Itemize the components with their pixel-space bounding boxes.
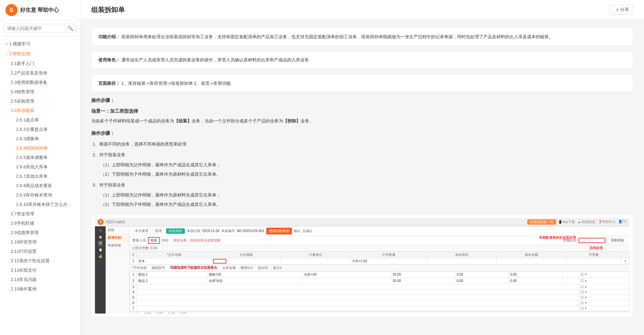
sidebar-item-inventory[interactable]: 2.6库存核算 bbox=[0, 106, 80, 115]
ss-extra-btn1: 确认 bbox=[294, 229, 301, 233]
search-box[interactable]: 🔍 bbox=[4, 24, 76, 33]
ss-th-qty: 计量单位 bbox=[281, 252, 351, 258]
sidebar-item-docs[interactable]: − 2.帮助文档 bbox=[0, 49, 80, 59]
sidebar-item-inv1[interactable]: 2.6.1盘点单 bbox=[0, 115, 80, 125]
ss-annotation1-area: 选用补料单据 bbox=[266, 228, 292, 234]
ss-cell-idx: 1 bbox=[130, 258, 137, 264]
share-icon: ↗ bbox=[615, 7, 619, 12]
step1: 1、根据不同的业务，选择不同单据的类型来处理 bbox=[93, 140, 633, 149]
ss-doc-label: 单据编号 bbox=[221, 229, 235, 233]
main-content: 组装拆卸单 ↗ 分享 功能介绍： 组装拆卸单用来处理企业组装或拆卸等加工业务，支… bbox=[80, 0, 644, 335]
page-header: 组装拆卸单 ↗ 分享 bbox=[80, 0, 644, 20]
ss-lcell-empty7 bbox=[137, 305, 579, 311]
logo-area: 6 好生意 帮助中心 bbox=[0, 0, 80, 20]
sidebar-item-prepare[interactable]: 2.3使用前数据准备 bbox=[0, 78, 80, 87]
logo-text: 好生意 帮助中心 bbox=[20, 7, 59, 14]
ss-lcell-wh1: 仓库+(4) bbox=[303, 271, 391, 278]
sidebar-item-inv6[interactable]: 2.6.6其他入库单 bbox=[0, 162, 80, 172]
ss-lcell-qty2: 30.00 bbox=[391, 278, 455, 284]
step2: 2、对于组装业务 bbox=[93, 151, 633, 159]
sidebar-item-inv10[interactable]: 2.6.10库存账本错了怎么办 bbox=[0, 200, 80, 209]
ss-date-value: 2019-12-26 bbox=[202, 229, 219, 233]
ss-table-label: 上部文件数: 0.00 bbox=[132, 246, 157, 250]
sidebar-item-inv2[interactable]: 2.6.2分量盘点单 bbox=[0, 125, 80, 134]
sidebar-item-faq[interactable]: 2.14常见问题 bbox=[0, 275, 80, 284]
ss-assembly-toggle: 组装 bbox=[148, 237, 160, 244]
screenshot-container: 6 TEST-H002 浏览器新建一页 📱App下载☁ 数据恢复❓帮助中心👤CC… bbox=[91, 214, 633, 317]
ss-address-bar bbox=[127, 221, 525, 223]
ss-lcell-action6: ☐ × bbox=[579, 300, 630, 305]
ss-upper-tbody: 1 关木 子件>1.00 × bbox=[130, 258, 630, 264]
ss-lcell-empty5 bbox=[137, 295, 579, 300]
sidebar-item-purchase[interactable]: 2.5采购管理 bbox=[0, 97, 80, 106]
ss-bottom-val4: 0.00 bbox=[180, 312, 186, 314]
ss-lcell-spec1: 规格=(4) bbox=[207, 271, 303, 278]
share-label: 分享 bbox=[620, 7, 629, 13]
steps-intro: 操作步骤： bbox=[91, 130, 633, 136]
ss-lcell-idx6: 6 bbox=[130, 300, 137, 305]
sidebar-item-video[interactable]: + 1.视频学习 bbox=[0, 39, 80, 49]
ss-btn-monthly: 本月整理 bbox=[132, 228, 151, 234]
ss-left-nav: ☰ 🏠 📦 📋 💰 bbox=[95, 226, 106, 314]
ss-lower-row6: 6 ☐ × bbox=[130, 300, 630, 305]
sidebar-item-custom[interactable]: 2.12系统个性化设置 bbox=[0, 256, 80, 266]
annotation1-label: 有装配清单的在这里处理 bbox=[539, 235, 576, 240]
ss-nav-icon5: 💰 bbox=[98, 253, 103, 259]
step3-subs: （1）上部明细为父件明细，最终作为原材料生成其它出库单； （2）下部明细为子件明… bbox=[101, 191, 633, 209]
steps-label: 操作步骤： bbox=[91, 98, 633, 104]
ss-lcell-action3: ☐ × bbox=[579, 284, 630, 289]
role-label: 使用角色： bbox=[98, 57, 120, 62]
ss-date-label: 单据日期 bbox=[187, 229, 200, 233]
sidebar-item-ops[interactable]: 2.10经营管理 bbox=[0, 237, 80, 247]
scene1-title: 场景一：加工类型选择 bbox=[91, 108, 633, 114]
step3-sub2: （2）下部明细为子件明细，最终作为产成品生成其它入库单。 bbox=[101, 200, 633, 209]
ss-lower-label6: 出库金额 bbox=[222, 266, 236, 270]
step3: 3、对于拆装业务 bbox=[93, 181, 633, 189]
step2-sub2: （2）下部明细为子件明细，最终作为原材料生成其它出库单。 bbox=[101, 170, 633, 179]
sidebar-item-cases[interactable]: 2.15操作案例 bbox=[0, 284, 80, 294]
ss-nav-icon2: 🏠 bbox=[98, 234, 103, 240]
sidebar-item-inv9[interactable]: 2.6.9库存账本查询 bbox=[0, 190, 80, 200]
sidebar-item-newbie[interactable]: 2.1新手入门 bbox=[0, 59, 80, 68]
sidebar-item-coupon[interactable]: 2.9优惠券管理 bbox=[0, 228, 80, 237]
ss-nav-icon3: 📦 bbox=[98, 240, 103, 246]
ss-lcell-action7: ☐ × bbox=[579, 305, 630, 311]
sidebar-item-sales[interactable]: 2.4销售管理 bbox=[0, 87, 80, 97]
ss-scan-btn: 关联添加 bbox=[607, 237, 627, 243]
ss-lower-row1: 1 商品 1 规格=(4) 仓库+(4) 30.00 0.00 0.00 ☐ × bbox=[130, 271, 630, 278]
sidebar-item-inv3[interactable]: 2.6.3调拨单 bbox=[0, 134, 80, 144]
sidebar-item-print[interactable]: 2.11打印设置 bbox=[0, 247, 80, 256]
sidebar-item-inv5[interactable]: 2.6.5成本调整单 bbox=[0, 153, 80, 162]
sidebar-item-finance[interactable]: 2.7资金管理 bbox=[0, 209, 80, 219]
ss-new-page-btn: 浏览器新建一页 bbox=[527, 219, 556, 225]
function-intro-text: 组装拆卸单用来处理企业组装或拆卸等加工业务，支持有固定装配清单的产品加工业务，也… bbox=[121, 34, 553, 39]
ss-cell-spec bbox=[212, 258, 281, 264]
ss-qty-label: 数量入库 bbox=[132, 238, 146, 243]
sidebar-item-mobile[interactable]: 2.8手机旺辅 bbox=[0, 219, 80, 228]
sidebar-item-online[interactable]: 2.13在线支付 bbox=[0, 266, 80, 275]
sidebar-item-inv7[interactable]: 2.6.7其他出库单 bbox=[0, 172, 80, 181]
search-icon[interactable]: 🔍 bbox=[67, 25, 73, 31]
ss-lcell-fee1 bbox=[562, 271, 579, 278]
ss-bottom-total: 合计 bbox=[132, 312, 139, 314]
ss-sub-sidebar: 自助 新增单据 单据审核 bbox=[106, 226, 130, 314]
share-button[interactable]: ↗ 分享 bbox=[609, 5, 633, 15]
ss-bottom-bar: 合计 0.00 0.00 0.00 0.00 bbox=[130, 311, 630, 314]
ss-lcell-empty3 bbox=[137, 284, 579, 289]
content-body: 功能介绍： 组装拆卸单用来处理企业组装或拆卸等加工业务，支持有固定装配清单的产品… bbox=[80, 20, 644, 335]
sidebar-item-install[interactable]: 2.2产品安装及登录 bbox=[0, 68, 80, 78]
ss-nav-icon4: 📋 bbox=[98, 247, 103, 253]
nav-tree: + 1.视频学习 − 2.帮助文档 2.1新手入门 2.2产品安装及登录 2.3… bbox=[0, 36, 80, 335]
search-input[interactable] bbox=[7, 26, 67, 31]
ss-body: ☰ 🏠 📦 📋 💰 自助 新增单据 单据审核 bbox=[95, 226, 630, 314]
step-list: 1、根据不同的业务，选择不同单据的类型来处理 2、对于组装业务 （1）上部明细为… bbox=[93, 140, 633, 209]
sidebar-item-inv8[interactable]: 2.6.8商品成本重算 bbox=[0, 181, 80, 190]
ss-btn-new: 新增 bbox=[153, 228, 164, 234]
ss-lcell-idx4: 4 bbox=[130, 289, 137, 295]
ss-goods-input bbox=[579, 238, 605, 243]
ss-lcell-action1: ☐ × bbox=[579, 271, 630, 278]
ss-cell-unit bbox=[281, 258, 351, 264]
ss-lcell-amt1: 0.00 bbox=[509, 271, 562, 278]
ss-lower-label7: 费用分U bbox=[240, 266, 253, 270]
sidebar-item-inv4[interactable]: 2.6.4组装拆卸单 bbox=[0, 144, 80, 153]
